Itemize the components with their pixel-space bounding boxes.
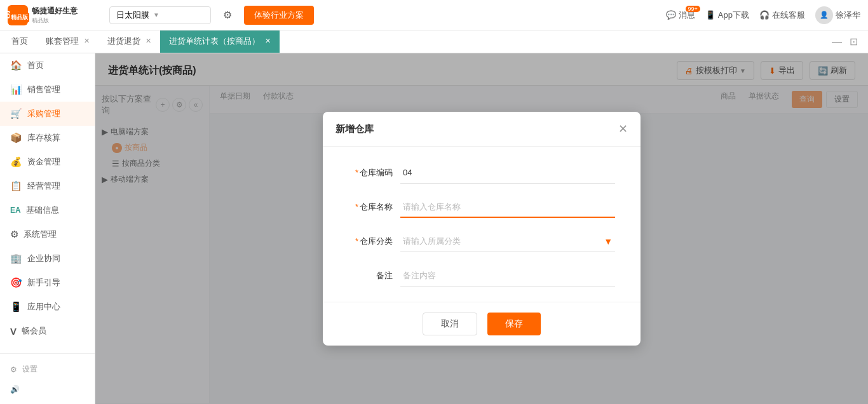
- sidebar-item-member[interactable]: V 畅会员: [0, 319, 95, 343]
- home-icon: 🏠: [10, 60, 22, 71]
- sidebar-item-sales[interactable]: 📊 销售管理: [0, 77, 95, 102]
- store-selector[interactable]: 日太阳膜 ▼: [109, 6, 211, 24]
- warehouse-code-input[interactable]: [400, 162, 615, 184]
- sidebar-item-purchase[interactable]: 🛒 采购管理: [0, 102, 95, 126]
- tab-purchase-return[interactable]: 进货退货 ✕: [98, 30, 160, 53]
- tab-account-management-label: 账套管理: [46, 36, 79, 47]
- tab-purchase-stats-label: 进货单统计表（按商品）: [169, 36, 260, 47]
- sidebar-item-home[interactable]: 🏠 首页: [0, 53, 95, 77]
- message-button[interactable]: 💬 消息 99+: [666, 10, 695, 21]
- sidebar-item-finance[interactable]: 💰 资金管理: [0, 150, 95, 174]
- warehouse-name-label: *仓库名称: [348, 201, 393, 213]
- sidebar-bottom: ⚙ 设置 🔊: [0, 353, 95, 404]
- headset-icon: 🎧: [759, 10, 770, 20]
- app-name: 畅捷通好生意 精品版: [32, 6, 78, 25]
- logo-badge: 精品版: [10, 13, 29, 22]
- trial-button[interactable]: 体验行业方案: [244, 6, 314, 25]
- chevron-down-icon: ▼: [153, 11, 159, 18]
- sidebar-settings-icon: ⚙: [10, 365, 17, 374]
- speaker-icon: 🔊: [10, 385, 20, 394]
- warehouse-category-row: *仓库分类 请输入所属分类 ▼: [348, 231, 615, 252]
- tab-home-label: 首页: [11, 36, 28, 47]
- sidebar-settings-btn[interactable]: ⚙ 设置: [0, 359, 95, 380]
- user-menu[interactable]: 👤 徐泽华: [815, 6, 860, 24]
- sidebar-item-enterprise-label: 企业协同: [27, 253, 60, 264]
- required-star-category: *: [355, 236, 358, 246]
- warehouse-category-select[interactable]: 请输入所属分类 ▼: [400, 231, 615, 252]
- message-icon: 💬: [666, 10, 676, 20]
- warehouse-name-input[interactable]: [400, 196, 615, 218]
- warehouse-note-label: 备注: [348, 270, 393, 281]
- enterprise-icon: 🏢: [10, 253, 22, 264]
- inventory-icon: 📦: [10, 132, 22, 144]
- sidebar-item-basic-info[interactable]: EA 基础信息: [0, 198, 95, 222]
- app-download-button[interactable]: 📱 App下载: [705, 10, 749, 21]
- tab-maximize-icon[interactable]: ⊡: [847, 33, 860, 50]
- sales-icon: 📊: [10, 84, 22, 95]
- sidebar-item-system-label: 系统管理: [24, 229, 57, 240]
- sidebar-item-operations-label: 经营管理: [27, 180, 60, 192]
- online-service-label: 在线客服: [772, 10, 805, 21]
- warehouse-category-label: *仓库分类: [348, 236, 393, 247]
- settings-icon[interactable]: ⚙: [217, 5, 238, 25]
- sidebar-item-purchase-label: 采购管理: [27, 108, 60, 119]
- tab-purchase-stats[interactable]: 进货单统计表（按商品） ✕: [160, 30, 280, 53]
- basic-info-icon: EA: [10, 206, 21, 215]
- online-service-button[interactable]: 🎧 在线客服: [759, 10, 805, 21]
- dialog-header: 新增仓库 ✕: [323, 112, 641, 147]
- sidebar-item-operations[interactable]: 📋 经营管理: [0, 174, 95, 198]
- warehouse-code-label: *仓库编码: [348, 167, 393, 178]
- guide-icon: 🎯: [10, 277, 22, 288]
- save-button[interactable]: 保存: [487, 313, 541, 335]
- cancel-button[interactable]: 取消: [423, 313, 477, 335]
- logo-area: 6 精品版 畅捷通好生意 精品版: [8, 5, 103, 25]
- tab-purchase-stats-close[interactable]: ✕: [265, 37, 271, 45]
- sidebar-item-member-label: 畅会员: [22, 325, 46, 337]
- category-placeholder: 请输入所属分类: [403, 236, 604, 247]
- sidebar-item-home-label: 首页: [27, 60, 44, 71]
- sidebar-item-sales-label: 销售管理: [27, 84, 60, 95]
- sidebar-item-basic-info-label: 基础信息: [26, 205, 59, 216]
- warehouse-code-row: *仓库编码: [348, 162, 615, 184]
- required-star-name: *: [355, 202, 358, 212]
- warehouse-note-input[interactable]: [400, 265, 615, 286]
- dialog-overlay: 新增仓库 ✕ *仓库编码 *仓库名称: [95, 53, 868, 404]
- dialog-close-button[interactable]: ✕: [618, 122, 628, 136]
- tab-purchase-return-close[interactable]: ✕: [146, 37, 151, 45]
- app-center-icon: 📱: [10, 301, 22, 313]
- tab-minimize-icon[interactable]: —: [829, 34, 844, 50]
- purchase-icon: 🛒: [10, 108, 22, 119]
- tab-account-management-close[interactable]: ✕: [84, 37, 90, 45]
- member-icon: V: [10, 326, 17, 337]
- logo-icon: 6 精品版: [8, 5, 28, 25]
- warehouse-name-row: *仓库名称: [348, 196, 615, 218]
- dialog-body: *仓库编码 *仓库名称 *仓库分类: [323, 147, 641, 302]
- tab-purchase-return-label: 进货退货: [107, 36, 140, 47]
- sidebar-item-finance-label: 资金管理: [27, 156, 60, 168]
- operations-icon: 📋: [10, 180, 22, 192]
- sidebar-speaker-btn[interactable]: 🔊: [0, 380, 95, 399]
- top-bar: 6 精品版 畅捷通好生意 精品版 日太阳膜 ▼ ⚙ 体验行业方案 💬 消息 99…: [0, 0, 868, 30]
- tab-account-management[interactable]: 账套管理 ✕: [37, 30, 98, 53]
- finance-icon: 💰: [10, 156, 22, 168]
- warehouse-note-row: 备注: [348, 265, 615, 286]
- sidebar-item-guide[interactable]: 🎯 新手引导: [0, 271, 95, 295]
- content-area: 进货单统计(按商品) 🖨 按模板打印 ▼ ⬇ 导出 🔄 刷新: [95, 53, 868, 404]
- sidebar-item-inventory-label: 库存核算: [27, 132, 60, 144]
- sidebar-item-inventory[interactable]: 📦 库存核算: [0, 126, 95, 150]
- app-download-label: App下载: [718, 10, 749, 21]
- sidebar-item-enterprise[interactable]: 🏢 企业协同: [0, 246, 95, 271]
- main-layout: 🏠 首页 📊 销售管理 🛒 采购管理 📦 库存核算 💰 资金管理 📋 经营管理 …: [0, 53, 868, 404]
- sidebar-item-system[interactable]: ⚙ 系统管理: [0, 222, 95, 246]
- sidebar: 🏠 首页 📊 销售管理 🛒 采购管理 📦 库存核算 💰 资金管理 📋 经营管理 …: [0, 53, 95, 404]
- sidebar-item-app-center[interactable]: 📱 应用中心: [0, 295, 95, 319]
- category-chevron-icon: ▼: [604, 236, 613, 246]
- sidebar-item-app-center-label: 应用中心: [27, 301, 60, 313]
- tab-bar: 首页 账套管理 ✕ 进货退货 ✕ 进货单统计表（按商品） ✕ — ⊡: [0, 30, 868, 53]
- dialog-footer: 取消 保存: [323, 302, 641, 346]
- message-badge: 99+: [686, 6, 700, 12]
- user-name: 徐泽华: [836, 10, 860, 21]
- tab-bar-controls: — ⊡: [829, 30, 865, 53]
- download-icon: 📱: [705, 10, 715, 20]
- tab-home[interactable]: 首页: [3, 30, 37, 53]
